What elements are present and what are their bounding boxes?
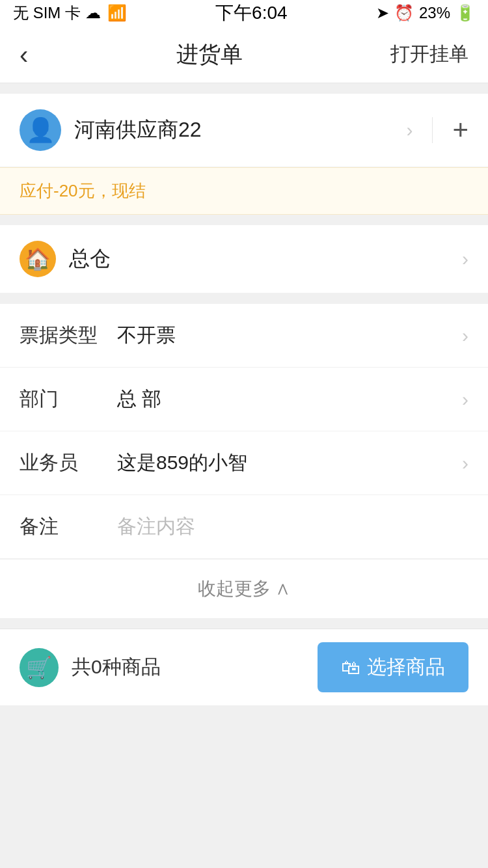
collapse-toggle[interactable]: 收起更多 ∧ — [0, 559, 488, 618]
top-divider — [0, 83, 488, 94]
sim-label: 无 SIM 卡 ☁ — [13, 3, 101, 23]
remark-label: 备注 — [20, 513, 111, 540]
remark-placeholder: 备注内容 — [111, 513, 468, 540]
open-pending-button[interactable]: 打开挂单 — [390, 41, 468, 68]
supplier-row[interactable]: 👤 河南供应商22 › + — [0, 94, 488, 167]
warehouse-section: 🏠 总仓 › — [0, 225, 488, 293]
select-product-label: 选择商品 — [367, 654, 445, 681]
department-value: 总 部 — [111, 386, 462, 413]
status-left: 无 SIM 卡 ☁ 📶 — [13, 3, 127, 23]
battery-icon: 🔋 — [455, 4, 475, 22]
salesperson-row[interactable]: 业务员 这是859的小智 › — [0, 431, 488, 495]
invoice-type-row[interactable]: 票据类型 不开票 › — [0, 304, 488, 368]
add-button[interactable]: + — [452, 116, 468, 144]
salesperson-chevron-icon: › — [462, 452, 468, 474]
remark-row[interactable]: 备注 备注内容 — [0, 495, 488, 559]
supplier-avatar: 👤 — [20, 109, 61, 151]
warehouse-row[interactable]: 🏠 总仓 › — [0, 225, 488, 293]
warehouse-name: 总仓 — [69, 245, 462, 273]
form-section: 票据类型 不开票 › 部门 总 部 › 业务员 这是859的小智 › 备注 备注… — [0, 304, 488, 618]
select-product-icon: 🛍 — [341, 657, 360, 679]
product-count: 共0种商品 — [72, 654, 318, 681]
mid-divider-1 — [0, 215, 488, 225]
product-icon: 🛒 — [26, 655, 52, 680]
page-title: 进货单 — [176, 40, 243, 70]
department-label: 部门 — [20, 386, 111, 413]
invoice-type-label: 票据类型 — [20, 322, 111, 349]
department-chevron-icon: › — [462, 388, 468, 411]
invoice-type-value: 不开票 — [111, 322, 462, 349]
supplier-notice: 应付-20元，现结 — [0, 167, 488, 215]
salesperson-value: 这是859的小智 — [111, 450, 462, 476]
wifi-icon: 📶 — [107, 4, 127, 22]
collapse-label: 收起更多 ∧ — [198, 576, 291, 601]
warehouse-chevron-icon: › — [462, 248, 468, 270]
department-row[interactable]: 部门 总 部 › — [0, 368, 488, 431]
status-bar: 无 SIM 卡 ☁ 📶 下午6:04 ➤ ⏰ 23% 🔋 — [0, 0, 488, 26]
invoice-chevron-icon: › — [462, 325, 468, 347]
avatar-icon: 👤 — [26, 116, 55, 144]
product-icon-circle: 🛒 — [20, 648, 59, 687]
status-right: ➤ ⏰ 23% 🔋 — [376, 4, 475, 22]
nav-bar: ‹ 进货单 打开挂单 — [0, 26, 488, 83]
alarm-icon: ⏰ — [394, 4, 414, 22]
bottom-bar: 🛒 共0种商品 🛍 选择商品 — [0, 629, 488, 705]
mid-divider-2 — [0, 293, 488, 304]
warehouse-icon-circle: 🏠 — [20, 241, 56, 277]
bottom-divider — [0, 618, 488, 629]
status-time: 下午6:04 — [215, 1, 288, 25]
supplier-actions: › + — [406, 116, 468, 144]
salesperson-label: 业务员 — [20, 450, 111, 476]
supplier-name: 河南供应商22 — [74, 116, 406, 144]
location-icon: ➤ — [376, 4, 389, 22]
battery-label: 23% — [419, 4, 450, 22]
supplier-section: 👤 河南供应商22 › + 应付-20元，现结 — [0, 94, 488, 215]
supplier-action-divider — [432, 117, 433, 143]
supplier-chevron-icon: › — [406, 119, 413, 141]
select-product-button[interactable]: 🛍 选择商品 — [318, 642, 468, 692]
warehouse-icon: 🏠 — [25, 247, 51, 271]
back-button[interactable]: ‹ — [20, 42, 28, 68]
